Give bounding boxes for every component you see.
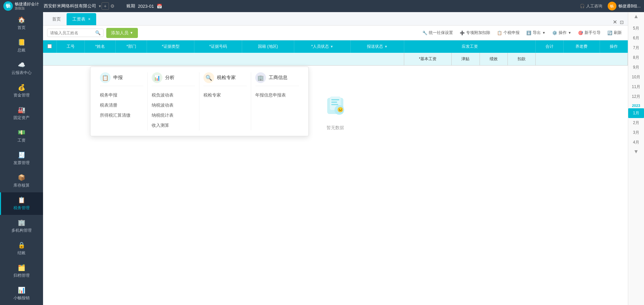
archive-icon: 🗂️ — [18, 264, 25, 271]
avatar: 畅 — [608, 2, 616, 10]
inventory-icon: 📦 — [18, 174, 25, 181]
select-all-checkbox[interactable] — [47, 44, 52, 48]
sidebar-item-inventory[interactable]: 📦 库存核算 — [0, 170, 43, 192]
calendar-icon[interactable]: 📅 — [157, 4, 162, 9]
month-7[interactable]: 7月 — [628, 43, 644, 53]
col-name: *姓名 — [84, 40, 116, 53]
sidebar: 🏠 首页 📒 总账 ☁️ 云报表中心 💰 资金管理 🏭 固定资产 💵 工资 🧾 … — [0, 12, 43, 305]
cloud-icon: ☁️ — [18, 61, 25, 69]
tax-clearance-item[interactable]: 税表清册 — [100, 100, 143, 110]
col-send-status: 报送状态 ▼ — [351, 40, 404, 53]
toolbar: 🔍 添加人员 ▼ 🔧 统一社保设置 ➕ 专项附加扣除 📋 个税申报 ⬇️ — [43, 26, 628, 40]
assets-icon: 🏭 — [18, 106, 25, 114]
salary-icon: 💵 — [18, 129, 25, 136]
search-input[interactable] — [50, 31, 94, 35]
tab-home[interactable]: 首页 — [46, 13, 67, 25]
tab-close-icon[interactable]: × — [88, 17, 90, 22]
tax-payment-item[interactable]: 纳税波动表 — [152, 100, 195, 110]
tax-expert-item[interactable]: 税检专家 — [203, 90, 247, 100]
scroll-down-button[interactable]: ▼ — [634, 147, 639, 156]
top-header: 畅 畅捷通好会计 旗舰版 西安虾米网络科技有限公司 ▼ + ⚙ 账期 2023-… — [0, 0, 644, 12]
sidebar-item-funds[interactable]: 💰 资金管理 — [0, 80, 43, 102]
tax-declaration-item[interactable]: 税务申报 — [100, 90, 143, 100]
annual-report-item[interactable]: 年报信息申报表 — [255, 90, 299, 100]
guide-button[interactable]: 🎯 新手引导 — [576, 29, 603, 37]
month-1-active[interactable]: 1月 — [628, 108, 644, 118]
add-person-chevron-icon: ▼ — [130, 31, 133, 35]
sidebar-item-ledger[interactable]: 📒 总账 — [0, 35, 43, 57]
social-insurance-button[interactable]: 🔧 统一社保设置 — [420, 29, 455, 37]
window-close-icon[interactable]: ✕ — [613, 19, 617, 25]
special-deduction-icon: ➕ — [460, 31, 465, 35]
search-icon: 🔍 — [95, 30, 101, 35]
dropdown-menu: 📋 申报 税务申报 税表清册 所得税汇算清缴 📊 分析 税负波动表 纳税波动表 … — [90, 67, 309, 136]
bizinfo-col-icon: 🏢 — [255, 72, 266, 83]
tab-salary[interactable]: 工资表 × — [67, 13, 96, 25]
month-4[interactable]: 4月 — [628, 138, 644, 147]
col-region: 国籍 (地区) — [242, 40, 294, 53]
operations-button[interactable]: ⚙️ 操作 ▼ — [550, 29, 573, 37]
col-allowance: 津贴 — [452, 53, 480, 66]
sidebar-item-home[interactable]: 🏠 首页 — [0, 12, 43, 35]
sidebar-item-salary[interactable]: 💵 工资 — [0, 125, 43, 147]
sidebar-item-cloud[interactable]: ☁️ 云报表中心 — [0, 57, 43, 80]
month-3[interactable]: 3月 — [628, 128, 644, 138]
col-id-type: *证据类型 — [147, 40, 194, 53]
dropdown-col-analysis: 📊 分析 税负波动表 纳税波动表 纳税统计表 收入测算 — [148, 72, 199, 130]
sidebar-item-tax[interactable]: 📋 税务管理 — [0, 192, 43, 215]
tab-bar: 首页 工资表 × ✕ ⊡ — [43, 12, 628, 26]
month-9[interactable]: 9月 — [628, 63, 644, 72]
month-2[interactable]: 2月 — [628, 118, 644, 128]
tax-report-button[interactable]: 📋 个税申报 — [495, 29, 522, 37]
settings-icon[interactable]: ⚙ — [109, 2, 116, 10]
col-performance: 绩效 — [480, 53, 507, 66]
scroll-up-button[interactable]: ▲ — [634, 12, 639, 21]
month-6[interactable]: 6月 — [628, 33, 644, 43]
income-tax-calc-item[interactable]: 所得税汇算清缴 — [100, 110, 143, 120]
sidebar-item-report[interactable]: 📊 小畅报销 — [0, 282, 43, 305]
help-button[interactable]: 🎧 人工咨询 — [580, 3, 602, 9]
add-person-button[interactable]: 添加人员 ▼ — [106, 28, 138, 38]
send-status-filter-icon[interactable]: ▼ — [384, 45, 388, 48]
svg-rect-3 — [331, 102, 337, 103]
col-employee-no: 工号 — [56, 40, 84, 53]
export-button[interactable]: ⬇️ 导出 ▼ — [524, 29, 547, 37]
operations-chevron-icon: ▼ — [568, 31, 571, 35]
sidebar-item-archive[interactable]: 🗂️ 归档管理 — [0, 260, 43, 282]
window-restore-icon[interactable]: ⊡ — [620, 20, 624, 25]
add-company-button[interactable]: + — [102, 2, 109, 10]
company-selector[interactable]: 西安虾米网络科技有限公司 ▼ — [44, 3, 102, 9]
main-layout: 🏠 首页 📒 总账 ☁️ 云报表中心 💰 资金管理 🏭 固定资产 💵 工资 🧾 … — [0, 12, 644, 305]
sidebar-item-assets[interactable]: 🏭 固定资产 — [0, 102, 43, 125]
tax-report-icon: 📋 — [497, 31, 502, 35]
sidebar-item-close[interactable]: 🔒 结账 — [0, 237, 43, 260]
analysis-col-icon: 📊 — [152, 72, 162, 83]
search-wrap: 🔍 — [47, 29, 104, 37]
col-pension: 养老费 — [564, 40, 600, 53]
svg-rect-2 — [331, 99, 339, 100]
col-base-salary: *基本工资 — [404, 53, 451, 66]
invoice-icon: 🧾 — [18, 151, 25, 159]
month-10[interactable]: 10月 — [628, 72, 644, 82]
right-panel: ▲ 5月 6月 7月 8月 9月 10月 11月 12月 2023 1月 2月 … — [628, 12, 644, 305]
income-estimate-item[interactable]: 收入测算 — [152, 120, 195, 130]
dropdown-col-declaration-header: 📋 申报 — [100, 72, 143, 86]
refresh-icon: 🔄 — [607, 31, 612, 35]
home-icon: 🏠 — [18, 16, 25, 24]
refresh-button[interactable]: 🔄 刷新 — [605, 29, 624, 37]
user-avatar-button[interactable]: 畅 畅捷通B组... — [608, 2, 641, 10]
sidebar-item-invoice[interactable]: 🧾 发票管理 — [0, 147, 43, 170]
guide-toolbar-icon: 🎯 — [578, 31, 583, 35]
period-info: 账期 2023-01 📅 — [126, 3, 162, 9]
month-12[interactable]: 12月 — [628, 92, 644, 102]
month-5[interactable]: 5月 — [628, 24, 644, 33]
month-8[interactable]: 8月 — [628, 53, 644, 63]
tax-burden-item[interactable]: 税负波动表 — [152, 90, 195, 100]
special-deduction-button[interactable]: ➕ 专项附加扣除 — [458, 29, 492, 37]
status-filter-icon[interactable]: ▼ — [330, 45, 334, 48]
tax-stats-item[interactable]: 纳税统计表 — [152, 110, 195, 120]
month-11[interactable]: 11月 — [628, 82, 644, 92]
header-actions: 🎧 人工咨询 畅 畅捷通B组... — [580, 2, 641, 10]
sidebar-item-multi[interactable]: 🏢 多机构管理 — [0, 215, 43, 237]
tax-icon: 📋 — [18, 196, 25, 204]
